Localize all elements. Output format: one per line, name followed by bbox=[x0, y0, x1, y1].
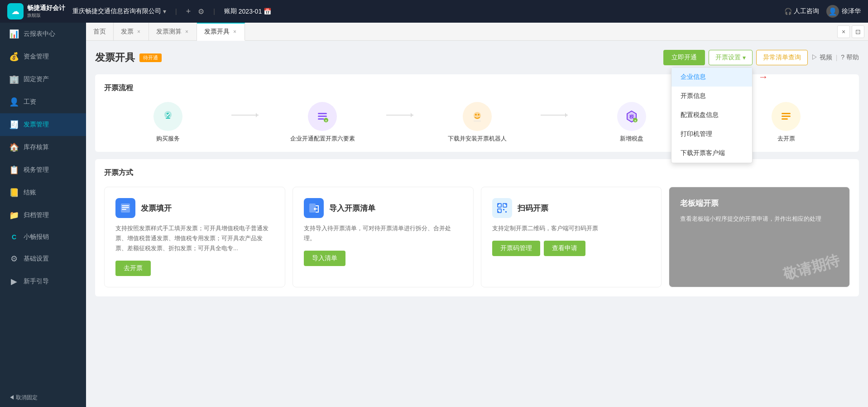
method-card-boss-header: 老板端开票 bbox=[680, 198, 839, 208]
method-scan-footer: 开票码管理 查看申请 bbox=[492, 241, 651, 256]
tab-invoice-close[interactable]: × bbox=[136, 28, 141, 36]
logo-icon: ☁ bbox=[7, 3, 24, 19]
video-btn[interactable]: ▷ 视频 bbox=[811, 53, 832, 62]
boss-watermark: 敬请期待 bbox=[781, 251, 842, 285]
svg-text:+: + bbox=[325, 119, 327, 123]
method-fill-title: 发票填开 bbox=[141, 203, 172, 213]
method-import-footer: 导入清单 bbox=[304, 251, 462, 266]
tab-invoice-issue-close[interactable]: × bbox=[232, 28, 237, 36]
settings-dropdown-menu: 企业信息 → 开票信息 配置税盘信息 打印机管理 bbox=[671, 67, 753, 163]
page-header: 发票开具 待开通 立即开通 开票设置 ▾ bbox=[95, 50, 859, 65]
tab-invoice-issue[interactable]: 发票开具 × bbox=[197, 23, 245, 41]
method-card-import: 导入开票清单 支持导入待开票清单，可对待开票清单进行拆分、合并处理。 导入清单 bbox=[293, 187, 474, 287]
svg-rect-23 bbox=[498, 204, 499, 205]
process-step-config: + 企业开通配置开票六要素 bbox=[259, 102, 386, 143]
inventory-icon: 🏠 bbox=[9, 142, 19, 152]
step-buy-icon bbox=[153, 102, 182, 131]
dropdown-invoice-info[interactable]: 开票信息 bbox=[671, 87, 752, 106]
sidebar-item-account[interactable]: 📒 结账 bbox=[0, 181, 86, 204]
method-card-scan-header: 扫码开票 bbox=[492, 198, 651, 218]
method-import-icon bbox=[304, 198, 324, 218]
svg-rect-19 bbox=[122, 207, 129, 208]
cancel-pin-btn[interactable]: ◀ 取消固定 bbox=[0, 388, 86, 407]
svg-rect-28 bbox=[503, 209, 504, 210]
sidebar-item-salary[interactable]: 👤 工资 bbox=[0, 91, 86, 113]
import-list-btn[interactable]: 导入清单 bbox=[304, 251, 345, 266]
svg-rect-20 bbox=[122, 209, 126, 210]
add-company-btn[interactable]: + bbox=[186, 7, 191, 16]
company-selector[interactable]: 重庆畅捷交通信息咨询有限公司 ▾ bbox=[72, 7, 166, 15]
help-btn[interactable]: ? 帮助 bbox=[841, 53, 859, 62]
method-cards: 发票填开 支持按照发票样式手工填开发票；可开具增值税电子普通发票、增值税普通发票… bbox=[104, 187, 850, 287]
svg-rect-3 bbox=[318, 118, 324, 120]
svg-rect-27 bbox=[498, 211, 499, 213]
svg-text:税: 税 bbox=[629, 114, 634, 119]
tab-actions: × ⊡ bbox=[837, 25, 868, 38]
sidebar-item-fixed-assets[interactable]: 🏢 固定资产 bbox=[0, 68, 86, 91]
svg-point-8 bbox=[478, 114, 480, 116]
xiaochang-icon: C bbox=[9, 233, 19, 241]
step-config-icon: + bbox=[308, 102, 337, 131]
user-avatar: 👤 bbox=[826, 5, 839, 18]
svg-rect-14 bbox=[782, 113, 791, 114]
page-actions: 立即开通 开票设置 ▾ 企业信息 → bbox=[663, 50, 859, 65]
sidebar: 📊 云报表中心 💰 资金管理 🏢 固定资产 👤 工资 🧾 发票管理 🏠 bbox=[0, 23, 86, 407]
user-menu[interactable]: 👤 徐泽华 bbox=[826, 5, 861, 18]
step-download-icon bbox=[463, 102, 492, 131]
qr-manage-btn[interactable]: 开票码管理 bbox=[492, 241, 540, 256]
tab-restore-btn[interactable]: ⊡ bbox=[852, 25, 864, 38]
settings-btn[interactable]: 开票设置 ▾ bbox=[709, 50, 753, 65]
guide-icon: ▶ bbox=[9, 276, 19, 286]
tab-invoice-calc[interactable]: 发票测算 × bbox=[149, 23, 197, 41]
sidebar-item-invoice[interactable]: 🧾 发票管理 bbox=[0, 113, 86, 136]
fill-invoice-btn[interactable]: 去开票 bbox=[115, 261, 151, 276]
activate-btn[interactable]: 立即开通 bbox=[663, 50, 705, 65]
tab-invoice[interactable]: 发票 × bbox=[114, 23, 149, 41]
step-connector-1 bbox=[231, 115, 259, 116]
salary-icon: 👤 bbox=[9, 97, 19, 107]
dropdown-printer[interactable]: 打印机管理 bbox=[671, 125, 752, 144]
method-boss-title: 老板端开票 bbox=[680, 198, 719, 208]
sidebar-item-archive[interactable]: 📁 归档管理 bbox=[0, 204, 86, 227]
view-apply-btn[interactable]: 查看申请 bbox=[544, 241, 585, 256]
tab-invoice-calc-close[interactable]: × bbox=[184, 28, 189, 36]
tab-home[interactable]: 首页 bbox=[86, 23, 114, 41]
step-go-invoice-icon bbox=[772, 102, 801, 131]
method-card-fill-header: 发票填开 bbox=[115, 198, 274, 218]
dropdown-company-info[interactable]: 企业信息 → bbox=[671, 68, 752, 87]
method-fill-footer: 去开票 bbox=[115, 261, 274, 276]
page-content: 发票开具 待开通 立即开通 开票设置 ▾ bbox=[86, 41, 868, 407]
support-btn[interactable]: 🎧 人工咨询 bbox=[784, 7, 819, 15]
sidebar-item-guide[interactable]: ▶ 新手引导 bbox=[0, 270, 86, 293]
separator2: | bbox=[213, 8, 215, 15]
page-title: 发票开具 bbox=[95, 51, 135, 64]
svg-rect-18 bbox=[122, 205, 129, 206]
sidebar-item-capital[interactable]: 💰 资金管理 bbox=[0, 45, 86, 68]
account-icon: 📒 bbox=[9, 188, 19, 198]
method-scan-title: 扫码开票 bbox=[518, 203, 548, 213]
logo-text: 畅捷通好会计 旗舰版 bbox=[27, 4, 65, 19]
svg-rect-2 bbox=[318, 116, 327, 117]
sidebar-item-xiaochang[interactable]: C 小畅报销 bbox=[0, 227, 86, 247]
dropdown-tax-config[interactable]: 配置税盘信息 bbox=[671, 106, 752, 125]
tax-icon: 📋 bbox=[9, 165, 19, 175]
step-connector-3 bbox=[541, 115, 568, 116]
process-step-buy: 购买服务 bbox=[104, 102, 231, 143]
topbar-right: 🎧 人工咨询 👤 徐泽华 bbox=[784, 5, 861, 18]
sidebar-item-inventory[interactable]: 🏠 库存核算 bbox=[0, 136, 86, 159]
period-display: 账期 2023-01 📅 bbox=[224, 7, 271, 15]
capital-icon: 💰 bbox=[9, 52, 19, 62]
svg-rect-1 bbox=[318, 113, 327, 114]
dropdown-download-client[interactable]: 下载开票客户端 bbox=[671, 144, 752, 163]
method-scan-desc: 支持定制开票二维码，客户端可扫码开票 bbox=[492, 223, 651, 233]
method-fill-desc: 支持按照发票样式手工填开发票；可开具增值税电子普通发票、增值税普通发票、增值税专… bbox=[115, 223, 274, 253]
settings-dropdown-wrapper: 开票设置 ▾ 企业信息 → 开票信息 bbox=[709, 50, 753, 65]
sidebar-item-cloud-report[interactable]: 📊 云报表中心 bbox=[0, 23, 86, 45]
sidebar-item-tax[interactable]: 📋 税务管理 bbox=[0, 159, 86, 181]
tab-close-all-btn[interactable]: × bbox=[837, 25, 850, 38]
sidebar-item-basic[interactable]: ⚙ 基础设置 bbox=[0, 247, 86, 270]
exception-list-btn[interactable]: 异常清单查询 bbox=[756, 50, 808, 65]
methods-title: 开票方式 bbox=[104, 168, 850, 178]
settings-btn[interactable]: ⚙ bbox=[198, 7, 204, 16]
svg-text:+: + bbox=[634, 119, 637, 123]
